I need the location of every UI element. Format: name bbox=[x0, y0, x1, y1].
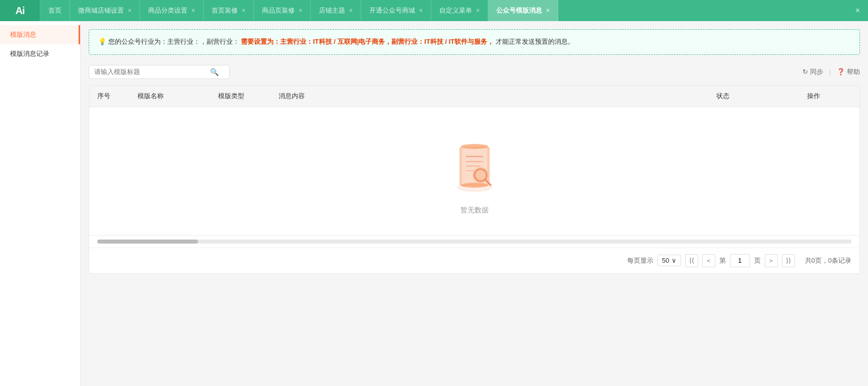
app-logo: Ai bbox=[0, 0, 40, 21]
page-size-select[interactable]: 50 ∨ bbox=[657, 255, 681, 266]
data-table: 序号 模版名称 模版类型 消息内容 状态 操作 bbox=[89, 85, 860, 274]
tab-theme[interactable]: 店铺主题 × bbox=[311, 0, 361, 21]
col-type: 模版类型 bbox=[210, 86, 271, 107]
search-input[interactable] bbox=[94, 68, 210, 75]
sync-button[interactable]: ↻ 同步 bbox=[803, 67, 823, 76]
tab-close-product[interactable]: × bbox=[299, 8, 302, 14]
tab-close-custmenu[interactable]: × bbox=[476, 8, 480, 14]
main-layout: 模版消息 模版消息记录 💡 您的公众号行业为：主营行业：，副营行业： 需要设置为… bbox=[0, 21, 868, 386]
toolbar-right: ↻ 同步 | ❓ 帮助 bbox=[803, 67, 860, 76]
empty-state: 暂无数据 bbox=[89, 107, 859, 235]
last-page-button[interactable]: ⟩⟩ bbox=[782, 254, 795, 267]
tab-close-theme[interactable]: × bbox=[349, 8, 353, 14]
col-status: 状态 bbox=[708, 86, 799, 107]
page-suffix: 页 bbox=[754, 256, 761, 265]
tab-close-category[interactable]: × bbox=[191, 8, 195, 14]
toolbar-divider: | bbox=[829, 68, 831, 75]
notice-prefix: 💡 您的公众号行业为：主营行业：，副营行业： bbox=[98, 38, 239, 45]
sidebar-item-template-log[interactable]: 模版消息记录 bbox=[0, 44, 80, 63]
tab-close-template[interactable]: × bbox=[546, 8, 550, 14]
page-size-label: 每页显示 bbox=[627, 256, 653, 265]
table-header: 序号 模版名称 模版类型 消息内容 状态 操作 bbox=[89, 86, 859, 107]
help-icon: ❓ bbox=[837, 68, 845, 75]
scrollbar-area bbox=[89, 235, 859, 248]
sync-icon: ↻ bbox=[803, 68, 808, 75]
search-icon[interactable]: 🔍 bbox=[210, 68, 219, 76]
search-input-wrap: 🔍 bbox=[89, 65, 230, 79]
tab-category[interactable]: 商品分类设置 × bbox=[140, 0, 204, 21]
page-prefix: 第 bbox=[719, 256, 726, 265]
content-area: 💡 您的公众号行业为：主营行业：，副营行业： 需要设置为：主营行业：IT科技 /… bbox=[81, 21, 868, 386]
scrollbar-thumb[interactable] bbox=[97, 240, 198, 244]
tab-home[interactable]: 首页 bbox=[40, 0, 70, 21]
scrollbar-track[interactable] bbox=[97, 240, 851, 244]
page-size-chevron-icon: ∨ bbox=[672, 257, 677, 264]
tab-close-mall[interactable]: × bbox=[419, 8, 423, 14]
empty-text: 暂无数据 bbox=[460, 206, 489, 215]
notice-suffix: 才能正常发送预置的消息。 bbox=[496, 38, 574, 45]
next-page-button[interactable]: ＞ bbox=[765, 254, 778, 267]
col-seq: 序号 bbox=[89, 86, 129, 107]
tab-template[interactable]: 公众号模版消息 × bbox=[488, 0, 558, 21]
tab-mall[interactable]: 开通公众号商城 × bbox=[361, 0, 431, 21]
tab-close-homepage[interactable]: × bbox=[242, 8, 245, 14]
page-number-input[interactable] bbox=[730, 254, 750, 267]
empty-icon bbox=[444, 137, 505, 198]
tab-product[interactable]: 商品页装修 × bbox=[254, 0, 311, 21]
col-action: 操作 bbox=[799, 86, 859, 107]
col-content: 消息内容 bbox=[271, 86, 708, 107]
help-button[interactable]: ❓ 帮助 bbox=[837, 67, 860, 76]
global-close-button[interactable]: × bbox=[847, 6, 868, 15]
notice-highlight: 需要设置为：主营行业：IT科技 / 互联网|电子商务，副营行业：IT科技 / I… bbox=[241, 38, 494, 45]
sidebar: 模版消息 模版消息记录 bbox=[0, 21, 81, 386]
tab-close-wshop[interactable]: × bbox=[128, 8, 131, 14]
tab-homepage[interactable]: 首页装修 × bbox=[204, 0, 254, 21]
page-size-value: 50 bbox=[662, 257, 669, 264]
notice-box: 💡 您的公众号行业为：主营行业：，副营行业： 需要设置为：主营行业：IT科技 /… bbox=[89, 29, 860, 55]
first-page-button[interactable]: ⟨⟨ bbox=[685, 254, 698, 267]
tab-wshop[interactable]: 微商城店铺设置 × bbox=[70, 0, 140, 21]
sidebar-item-template-msg[interactable]: 模版消息 bbox=[0, 25, 80, 44]
total-text: 共0页，0条记录 bbox=[805, 256, 851, 265]
col-name: 模版名称 bbox=[129, 86, 210, 107]
prev-page-button[interactable]: ＜ bbox=[702, 254, 715, 267]
svg-point-8 bbox=[461, 144, 488, 149]
search-bar: 🔍 ↻ 同步 | ❓ 帮助 bbox=[89, 65, 860, 79]
tab-bar: Ai 首页 微商城店铺设置 × 商品分类设置 × 首页装修 × 商品页装修 × … bbox=[0, 0, 868, 21]
tab-custmenu[interactable]: 自定义菜单 × bbox=[431, 0, 488, 21]
svg-point-9 bbox=[461, 183, 488, 188]
pagination: 每页显示 50 ∨ ⟨⟨ ＜ 第 页 ＞ ⟩⟩ 共0页，0条记录 bbox=[89, 248, 859, 273]
